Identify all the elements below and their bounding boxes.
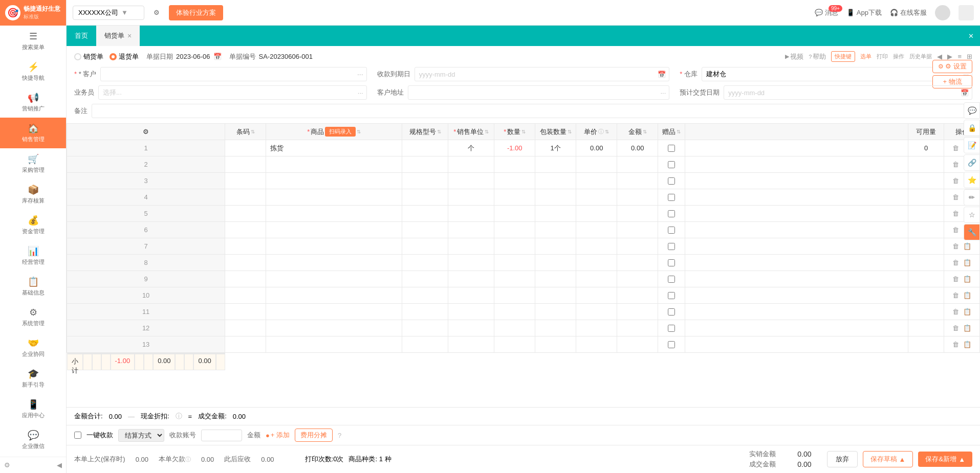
payment-calendar-icon[interactable]: 📅 bbox=[658, 71, 666, 78]
trial-button[interactable]: 体验行业方案 bbox=[169, 5, 223, 20]
row-gift[interactable] bbox=[658, 173, 685, 189]
copy-row-btn[interactable]: 📋 bbox=[963, 308, 971, 316]
delete-row-btn[interactable]: 🗑 bbox=[952, 144, 959, 152]
row-unit-price[interactable] bbox=[576, 156, 617, 173]
row-barcode[interactable] bbox=[225, 189, 266, 206]
row-unit[interactable] bbox=[448, 255, 494, 271]
tabbar-close-button[interactable]: ✕ bbox=[962, 26, 980, 46]
sidebar-item-basic-info[interactable]: 📋 基础信息 bbox=[0, 271, 66, 302]
row-amount[interactable] bbox=[617, 173, 658, 189]
row-note[interactable] bbox=[685, 320, 908, 336]
row-spec[interactable] bbox=[402, 222, 448, 238]
row-product[interactable]: 拣货 bbox=[266, 140, 402, 156]
row-unit[interactable] bbox=[448, 173, 494, 189]
customer-input[interactable]: ··· bbox=[100, 67, 366, 81]
row-unit[interactable] bbox=[448, 238, 494, 255]
row-unit-price[interactable] bbox=[576, 336, 617, 353]
row-quantity[interactable] bbox=[494, 156, 535, 173]
row-amount[interactable] bbox=[617, 320, 658, 336]
float-fav-btn[interactable]: ☆ bbox=[964, 207, 980, 223]
save-new-button[interactable]: 保存&新增 ▲ bbox=[918, 452, 972, 467]
one-click-payment-checkbox[interactable] bbox=[74, 432, 81, 439]
gift-checkbox[interactable] bbox=[668, 145, 675, 152]
row-gift[interactable] bbox=[658, 271, 685, 287]
row-spec[interactable] bbox=[402, 189, 448, 206]
row-unit[interactable] bbox=[448, 304, 494, 320]
copy-row-btn[interactable]: 📋 bbox=[963, 291, 971, 299]
user-avatar[interactable] bbox=[935, 5, 950, 20]
tab-close-icon[interactable]: × bbox=[127, 32, 132, 40]
row-gift[interactable] bbox=[658, 140, 685, 156]
row-barcode[interactable] bbox=[225, 320, 266, 336]
row-gift[interactable] bbox=[658, 189, 685, 206]
row-product[interactable] bbox=[266, 189, 402, 206]
payment-method-select[interactable]: 结算方式 bbox=[118, 429, 164, 442]
gift-checkbox[interactable] bbox=[668, 177, 675, 185]
row-pack-qty[interactable] bbox=[535, 287, 576, 304]
sidebar-item-enterprise[interactable]: 🤝 企业协同 bbox=[0, 332, 66, 363]
next-icon[interactable]: ▶ bbox=[947, 53, 952, 60]
float-star-btn[interactable]: ⭐ bbox=[964, 172, 980, 188]
save-draft-button[interactable]: 保存草稿 ▲ bbox=[863, 451, 913, 467]
row-amount[interactable] bbox=[617, 238, 658, 255]
shortcut-btn[interactable]: 快捷键 bbox=[831, 51, 855, 62]
gift-checkbox[interactable] bbox=[668, 243, 675, 250]
copy-row-btn[interactable]: 📋 bbox=[963, 275, 971, 283]
row-note[interactable] bbox=[685, 336, 908, 353]
float-edit-btn[interactable]: ✏ bbox=[964, 189, 980, 206]
row-note[interactable] bbox=[685, 206, 908, 222]
tab-home[interactable]: 首页 bbox=[67, 26, 96, 46]
price-info-icon[interactable]: ⓘ bbox=[598, 128, 604, 136]
float-note-btn[interactable]: 📝 bbox=[964, 137, 980, 153]
save-new-chevron[interactable]: ▲ bbox=[959, 456, 965, 463]
row-barcode[interactable] bbox=[225, 255, 266, 271]
row-barcode[interactable] bbox=[225, 173, 266, 189]
row-barcode[interactable] bbox=[225, 304, 266, 320]
abandon-button[interactable]: 放弃 bbox=[827, 451, 858, 467]
row-unit-price[interactable] bbox=[576, 255, 617, 271]
gift-checkbox[interactable] bbox=[668, 194, 675, 201]
customer-address-input[interactable]: ··· bbox=[408, 85, 670, 100]
delete-row-btn[interactable]: 🗑 bbox=[952, 291, 959, 299]
row-unit-price[interactable] bbox=[576, 222, 617, 238]
row-unit[interactable] bbox=[448, 320, 494, 336]
row-unit[interactable] bbox=[448, 287, 494, 304]
row-unit-price[interactable] bbox=[576, 173, 617, 189]
gift-checkbox[interactable] bbox=[668, 308, 675, 316]
row-note[interactable] bbox=[685, 287, 908, 304]
table-wrapper[interactable]: ⚙ 条码⇅ * 商品 扫码录入 ⇅ bbox=[67, 123, 980, 407]
row-gift[interactable] bbox=[658, 206, 685, 222]
row-product[interactable] bbox=[266, 271, 402, 287]
table-settings-icon[interactable]: ⚙ bbox=[143, 128, 149, 136]
row-note[interactable] bbox=[685, 222, 908, 238]
app-download-button[interactable]: 📱 App下载 bbox=[846, 8, 882, 17]
gift-checkbox[interactable] bbox=[668, 341, 675, 348]
payment-help-icon[interactable]: ? bbox=[338, 432, 341, 439]
operation-btn[interactable]: 操作 bbox=[893, 53, 904, 60]
row-pack-qty[interactable] bbox=[535, 189, 576, 206]
row-quantity[interactable] bbox=[494, 173, 535, 189]
settings-footer-icon[interactable]: ⚙ bbox=[4, 461, 10, 469]
row-spec[interactable] bbox=[402, 336, 448, 353]
row-spec[interactable] bbox=[402, 271, 448, 287]
copy-row-btn[interactable]: 📋 bbox=[963, 242, 971, 250]
row-amount[interactable] bbox=[617, 156, 658, 173]
row-amount[interactable] bbox=[617, 189, 658, 206]
sidebar-item-enterprise-wechat[interactable]: 💬 企业微信 bbox=[0, 424, 66, 455]
delete-row-btn[interactable]: 🗑 bbox=[952, 210, 959, 217]
warehouse-input[interactable]: 建材仓 ··· bbox=[702, 67, 972, 81]
row-product[interactable] bbox=[266, 320, 402, 336]
sidebar-item-quick-nav[interactable]: ⚡ 快捷导航 bbox=[0, 56, 66, 87]
gift-checkbox[interactable] bbox=[668, 161, 675, 168]
sidebar-item-operations[interactable]: 📊 经营管理 bbox=[0, 240, 66, 271]
row-quantity[interactable] bbox=[494, 189, 535, 206]
row-unit-price[interactable] bbox=[576, 304, 617, 320]
message-button[interactable]: 💬 消息 99+ bbox=[815, 8, 838, 17]
row-barcode[interactable] bbox=[225, 140, 266, 156]
row-quantity[interactable] bbox=[494, 304, 535, 320]
row-unit[interactable] bbox=[448, 206, 494, 222]
row-spec[interactable] bbox=[402, 173, 448, 189]
gift-checkbox[interactable] bbox=[668, 292, 675, 299]
sidebar-item-guide[interactable]: 🎓 新手引导 bbox=[0, 363, 66, 394]
row-pack-qty[interactable] bbox=[535, 222, 576, 238]
